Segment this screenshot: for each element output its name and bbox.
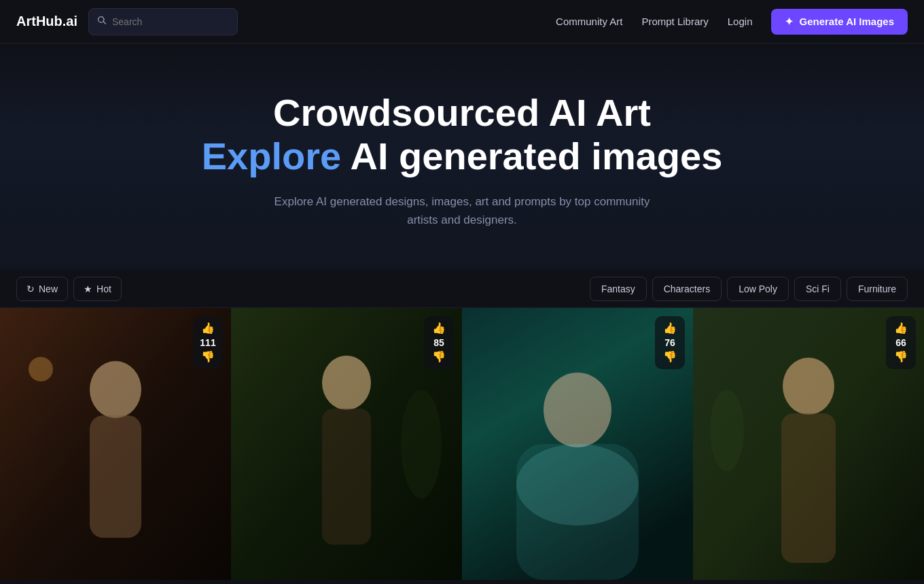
prompt-library-link[interactable]: Prompt Library bbox=[641, 16, 708, 27]
svg-point-7 bbox=[401, 390, 442, 498]
vote-overlay-1: 👍 111 👎 bbox=[193, 316, 223, 369]
nav-left: ArtHub.ai bbox=[16, 8, 238, 35]
svg-rect-11 bbox=[516, 444, 639, 580]
svg-point-5 bbox=[322, 356, 371, 410]
vote-count-1: 111 bbox=[200, 338, 215, 347]
svg-point-1 bbox=[90, 361, 141, 418]
logo[interactable]: ArtHub.ai bbox=[16, 14, 77, 29]
vote-count-4: 66 bbox=[895, 338, 906, 347]
nav-right: Community Art Prompt Library Login ✦ Gen… bbox=[556, 9, 908, 35]
filter-tags: Fantasy Characters Low Poly Sci Fi Furni… bbox=[590, 277, 908, 301]
upvote-1[interactable]: 👍 bbox=[200, 322, 216, 335]
svg-rect-2 bbox=[90, 415, 141, 538]
login-link[interactable]: Login bbox=[728, 16, 753, 27]
gallery-item-4[interactable]: 👍 66 👎 bbox=[693, 308, 924, 580]
downvote-1[interactable]: 👎 bbox=[200, 350, 216, 364]
svg-point-9 bbox=[544, 373, 611, 447]
generate-button[interactable]: ✦ Generate AI Images bbox=[771, 9, 908, 35]
filter-left: ↻ New ★ Hot bbox=[16, 277, 122, 301]
gallery-item-3[interactable]: 👍 76 👎 bbox=[462, 308, 693, 580]
hero-title: Crowdsourced AI Art Explore AI generated… bbox=[16, 91, 908, 179]
community-art-link[interactable]: Community Art bbox=[556, 16, 622, 27]
tag-low-poly[interactable]: Low Poly bbox=[727, 277, 789, 301]
svg-rect-6 bbox=[322, 409, 371, 545]
vote-count-3: 76 bbox=[664, 338, 675, 347]
generate-label: Generate AI Images bbox=[799, 16, 894, 27]
new-icon: ↻ bbox=[26, 284, 35, 294]
hero-subtitle: Explore AI generated designs, images, ar… bbox=[258, 192, 666, 229]
filter-bar: ↻ New ★ Hot Fantasy Characters Low Poly … bbox=[0, 270, 924, 308]
svg-point-13 bbox=[783, 358, 834, 415]
svg-point-3 bbox=[29, 357, 53, 381]
gallery: 👍 111 👎 👍 85 bbox=[0, 308, 924, 580]
search-wrap bbox=[88, 8, 238, 35]
tag-furniture[interactable]: Furniture bbox=[847, 277, 908, 301]
downvote-4[interactable]: 👎 bbox=[893, 350, 909, 364]
navbar: ArtHub.ai Community Art Prompt Library L… bbox=[0, 0, 924, 44]
new-label: New bbox=[39, 284, 58, 294]
svg-rect-14 bbox=[781, 413, 836, 563]
generate-icon: ✦ bbox=[785, 16, 794, 28]
tag-sci-fi[interactable]: Sci Fi bbox=[794, 277, 841, 301]
search-icon bbox=[97, 16, 107, 28]
hot-icon: ★ bbox=[84, 284, 92, 294]
upvote-4[interactable]: 👍 bbox=[893, 322, 909, 335]
hero-section: Crowdsourced AI Art Explore AI generated… bbox=[0, 44, 924, 270]
hot-label: Hot bbox=[96, 284, 111, 294]
gallery-item-2[interactable]: 👍 85 👎 bbox=[231, 308, 462, 580]
upvote-2[interactable]: 👍 bbox=[431, 322, 447, 335]
upvote-3[interactable]: 👍 bbox=[662, 322, 678, 335]
new-filter-button[interactable]: ↻ New bbox=[16, 277, 68, 301]
gallery-item-1[interactable]: 👍 111 👎 bbox=[0, 308, 231, 580]
vote-overlay-4: 👍 66 👎 bbox=[886, 316, 916, 369]
vote-overlay-2: 👍 85 👎 bbox=[424, 316, 454, 369]
vote-count-2: 85 bbox=[433, 338, 444, 347]
vote-overlay-3: 👍 76 👎 bbox=[655, 316, 685, 369]
tag-fantasy[interactable]: Fantasy bbox=[590, 277, 647, 301]
tag-characters[interactable]: Characters bbox=[652, 277, 722, 301]
svg-point-15 bbox=[710, 390, 744, 471]
search-input[interactable] bbox=[112, 16, 229, 27]
hot-filter-button[interactable]: ★ Hot bbox=[73, 277, 122, 301]
downvote-3[interactable]: 👎 bbox=[662, 350, 678, 364]
downvote-2[interactable]: 👎 bbox=[431, 350, 447, 364]
